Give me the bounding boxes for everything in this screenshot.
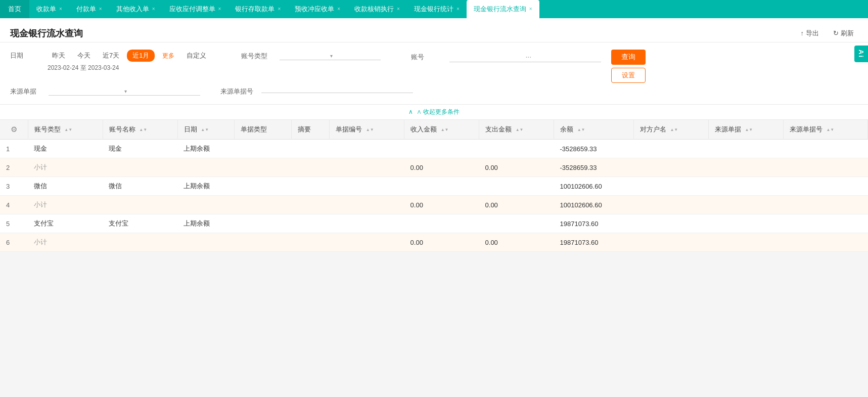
gear-icon[interactable]: ⚙ bbox=[11, 125, 17, 134]
table-container: ⚙ 账号类型 ▲▼ 账号名称 ▲▼ 日期 ▲▼ 单据类型 摘 bbox=[0, 120, 868, 252]
nav-tab-8[interactable]: 现金银行流水查询 × bbox=[467, 0, 539, 18]
source-doc-select[interactable]: ▾ bbox=[49, 87, 200, 96]
table-row[interactable]: 5支付宝支付宝上期余额19871073.60 bbox=[0, 214, 868, 233]
th-balance[interactable]: 余额 ▲▼ bbox=[554, 120, 634, 140]
account-type-select[interactable]: ▾ bbox=[280, 52, 381, 60]
collapse-bar[interactable]: ∧ ∧ 收起更多条件 bbox=[0, 105, 868, 120]
nav-tab-2[interactable]: 其他收入单 × bbox=[109, 0, 162, 18]
th-source-doc-no[interactable]: 来源单据号 ▲▼ bbox=[783, 120, 867, 140]
cell-source_doc bbox=[708, 140, 783, 158]
cell-account_name bbox=[103, 233, 177, 252]
sort-arrows-account-name: ▲▼ bbox=[139, 127, 147, 132]
nav-tab-5[interactable]: 预收冲应收单 × bbox=[288, 0, 347, 18]
top-nav: 首页 收款单 × 付款单 × 其他收入单 × 应收应付调整单 × 银行存取款单 … bbox=[0, 0, 868, 18]
ai-badge[interactable]: Ai bbox=[854, 46, 868, 62]
account-no-dots[interactable]: ··· bbox=[525, 53, 598, 61]
th-doc-no[interactable]: 单据编号 ▲▼ bbox=[330, 120, 404, 140]
cell-balance: 19871073.60 bbox=[554, 214, 634, 233]
nav-tab-6[interactable]: 收款核销执行 × bbox=[347, 0, 407, 18]
date-btn-custom[interactable]: 自定义 bbox=[182, 50, 211, 62]
settings-button[interactable]: 设置 bbox=[611, 68, 646, 83]
nav-tab-7[interactable]: 现金银行统计 × bbox=[407, 0, 467, 18]
export-button[interactable]: ↑ 导出 bbox=[797, 27, 824, 40]
close-icon-4[interactable]: × bbox=[278, 0, 281, 18]
cell-source_doc_no bbox=[783, 177, 867, 196]
close-icon-0[interactable]: × bbox=[59, 0, 62, 18]
cell-doc_no bbox=[330, 214, 404, 233]
cell-date: 上期余额 bbox=[177, 140, 234, 158]
cell-source_doc bbox=[708, 177, 783, 196]
cell-date: 上期余额 bbox=[177, 214, 234, 233]
th-date[interactable]: 日期 ▲▼ bbox=[177, 120, 234, 140]
cell-income bbox=[404, 177, 479, 196]
source-doc-no-input[interactable] bbox=[261, 91, 413, 93]
date-btn-today[interactable]: 今天 bbox=[73, 50, 95, 62]
date-btn-7days[interactable]: 近7天 bbox=[98, 50, 124, 62]
date-btn-more[interactable]: 更多 bbox=[158, 50, 179, 62]
close-icon-2[interactable]: × bbox=[152, 0, 155, 18]
cell-account_type: 现金 bbox=[28, 140, 103, 158]
cell-expense bbox=[479, 177, 554, 196]
page-title: 现金银行流水查询 bbox=[10, 27, 83, 39]
account-no-label: 账号 bbox=[411, 53, 441, 62]
table-body: 1现金现金上期余额-3528659.332小计0.000.00-3528659.… bbox=[0, 140, 868, 252]
nav-tab-1[interactable]: 付款单 × bbox=[69, 0, 109, 18]
th-counterpart[interactable]: 对方户名 ▲▼ bbox=[633, 120, 708, 140]
table-row[interactable]: 4小计0.000.00100102606.60 bbox=[0, 196, 868, 214]
date-btn-yesterday[interactable]: 昨天 bbox=[48, 50, 70, 62]
cell-expense bbox=[479, 140, 554, 158]
table-row[interactable]: 6小计0.000.0019871073.60 bbox=[0, 233, 868, 252]
th-income[interactable]: 收入金额 ▲▼ bbox=[404, 120, 479, 140]
row-number: 2 bbox=[0, 158, 28, 177]
th-account-name[interactable]: 账号名称 ▲▼ bbox=[103, 120, 177, 140]
table-row[interactable]: 2小计0.000.00-3528659.33 bbox=[0, 158, 868, 177]
close-icon-7[interactable]: × bbox=[456, 0, 460, 18]
cell-source_doc bbox=[708, 214, 783, 233]
nav-tab-4[interactable]: 银行存取款单 × bbox=[228, 0, 288, 18]
cell-date: 上期余额 bbox=[177, 177, 234, 196]
refresh-button[interactable]: ↻ 刷新 bbox=[829, 27, 858, 40]
th-source-doc[interactable]: 来源单据 ▲▼ bbox=[708, 120, 783, 140]
cell-income: 0.00 bbox=[404, 196, 479, 214]
close-icon-1[interactable]: × bbox=[99, 0, 102, 18]
chevron-down-icon: ▾ bbox=[330, 53, 378, 59]
account-no-input[interactable]: ··· bbox=[449, 52, 601, 62]
sort-arrows-balance: ▲▼ bbox=[577, 127, 585, 132]
sort-arrows-source-doc-no: ▲▼ bbox=[826, 127, 834, 132]
row-number: 5 bbox=[0, 214, 28, 233]
cell-doc_no bbox=[330, 140, 404, 158]
cell-balance: -3528659.33 bbox=[554, 140, 634, 158]
filter-area: 日期 昨天 今天 近7天 近1月 更多 自定义 2023-02-24 至 202… bbox=[0, 42, 868, 105]
close-icon-5[interactable]: × bbox=[337, 0, 340, 18]
close-icon-8[interactable]: × bbox=[529, 0, 532, 18]
sort-arrows-counterpart: ▲▼ bbox=[670, 127, 678, 132]
cell-summary bbox=[292, 214, 330, 233]
cell-source_doc_no bbox=[783, 233, 867, 252]
nav-tab-3[interactable]: 应收应付调整单 × bbox=[162, 0, 229, 18]
cell-account_type: 小计 bbox=[28, 233, 103, 252]
date-btn-1month[interactable]: 近1月 bbox=[127, 50, 155, 62]
cell-account_name bbox=[103, 196, 177, 214]
date-label: 日期 bbox=[10, 51, 40, 60]
th-expense[interactable]: 支出金额 ▲▼ bbox=[479, 120, 554, 140]
row-number: 1 bbox=[0, 140, 28, 158]
table-row[interactable]: 1现金现金上期余额-3528659.33 bbox=[0, 140, 868, 158]
query-button[interactable]: 查询 bbox=[611, 50, 646, 65]
sort-arrows-doc-no: ▲▼ bbox=[366, 127, 374, 132]
export-icon: ↑ bbox=[801, 29, 804, 37]
close-icon-6[interactable]: × bbox=[397, 0, 400, 18]
cell-doc_type bbox=[234, 196, 291, 214]
cell-date bbox=[177, 196, 234, 214]
cell-source_doc_no bbox=[783, 158, 867, 177]
th-account-type[interactable]: 账号类型 ▲▼ bbox=[28, 120, 103, 140]
table-row[interactable]: 3微信微信上期余额100102606.60 bbox=[0, 177, 868, 196]
nav-home[interactable]: 首页 bbox=[0, 0, 29, 18]
sort-arrows-date: ▲▼ bbox=[201, 127, 209, 132]
close-icon-3[interactable]: × bbox=[218, 0, 221, 18]
cell-summary bbox=[292, 177, 330, 196]
cell-expense: 0.00 bbox=[479, 233, 554, 252]
nav-tab-0[interactable]: 收款单 × bbox=[29, 0, 69, 18]
cell-doc_type bbox=[234, 177, 291, 196]
cell-income bbox=[404, 140, 479, 158]
cell-account_name: 现金 bbox=[103, 140, 177, 158]
